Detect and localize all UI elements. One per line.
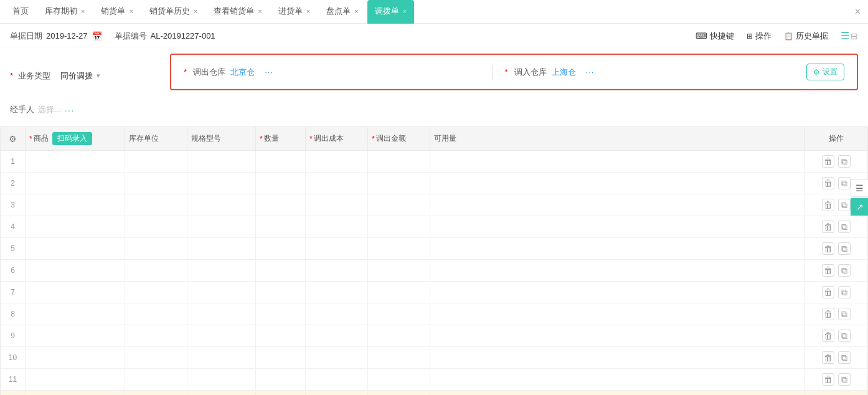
column-settings-button[interactable]: ⚙ [1, 127, 26, 150]
float-export-button[interactable]: ↗ [851, 198, 868, 216]
row-3-copy-button[interactable]: ⧉ [838, 199, 851, 211]
row-10-out-cost[interactable] [306, 347, 368, 368]
row-5-product[interactable] [26, 238, 125, 259]
row-num-5: 5 [1, 238, 26, 259]
row-2-available [430, 173, 805, 194]
float-list-button[interactable]: ☰ [851, 179, 868, 197]
tab-view-sales[interactable]: 查看销货单 × [206, 0, 269, 24]
row-9-out-cost[interactable] [306, 325, 368, 346]
calendar-icon[interactable]: 📅 [92, 31, 102, 41]
row-6-product[interactable] [26, 260, 125, 281]
row-8-delete-button[interactable]: 🗑 [822, 308, 834, 320]
row-7-delete-button[interactable]: 🗑 [822, 286, 834, 298]
row-3-out-cost[interactable] [306, 194, 368, 216]
row-7-unit [125, 282, 187, 303]
row-10-delete-button[interactable]: 🗑 [822, 351, 834, 364]
tab-close-transfer[interactable]: × [403, 7, 407, 15]
row-4-copy-button[interactable]: ⧉ [838, 221, 851, 233]
tab-close-stock-initial[interactable]: × [81, 7, 85, 15]
required-star-in: * [505, 67, 508, 77]
tab-sales-history[interactable]: 销货单历史 × [142, 0, 205, 24]
row-1-out-cost[interactable] [306, 151, 368, 172]
row-1-copy-button[interactable]: ⧉ [838, 155, 851, 168]
tab-purchase[interactable]: 进货单 × [271, 0, 318, 24]
scan-input-button[interactable]: 扫码录入 [52, 132, 92, 145]
row-1-spec [187, 151, 256, 172]
row-11-product[interactable] [26, 369, 125, 390]
row-11-delete-button[interactable]: 🗑 [822, 373, 834, 386]
row-9-delete-button[interactable]: 🗑 [822, 330, 834, 342]
tab-close-inventory[interactable]: × [354, 7, 358, 15]
layout-toggle[interactable]: ☰ ⊟ [841, 30, 858, 42]
warehouse-out-more-icon[interactable]: ··· [265, 67, 273, 77]
row-11-unit [125, 369, 187, 390]
row-5-available [430, 238, 805, 259]
window-close-button[interactable]: × [855, 6, 861, 17]
row-8-copy-button[interactable]: ⧉ [838, 308, 851, 320]
row-5-quantity[interactable] [256, 238, 306, 259]
settings-button[interactable]: ⚙ 设置 [806, 64, 844, 80]
row-10-copy-button[interactable]: ⧉ [838, 351, 851, 364]
row-6-out-cost[interactable] [306, 260, 368, 281]
row-4-out-cost[interactable] [306, 216, 368, 237]
operations-button[interactable]: ⊞ 操作 [747, 31, 771, 42]
row-7-product[interactable] [26, 282, 125, 303]
row-2-out-cost[interactable] [306, 173, 368, 194]
business-type-select[interactable]: 同价调拨 ▾ [60, 70, 160, 82]
row-8-quantity[interactable] [256, 303, 306, 325]
row-6-delete-button[interactable]: 🗑 [822, 264, 834, 277]
tab-close-view-sales[interactable]: × [258, 7, 262, 15]
row-5-out-cost[interactable] [306, 238, 368, 259]
tab-inventory[interactable]: 盘点单 × [319, 0, 366, 24]
warehouse-in-more-icon[interactable]: ··· [586, 67, 595, 77]
tab-sales-order[interactable]: 销货单 × [93, 0, 140, 24]
row-4-delete-button[interactable]: 🗑 [822, 221, 834, 233]
row-9-product[interactable] [26, 325, 125, 346]
row-7-quantity[interactable] [256, 282, 306, 303]
tab-stock-initial[interactable]: 库存期初 × [37, 0, 92, 24]
row-1-quantity[interactable] [256, 151, 306, 172]
row-num-1: 1 [1, 151, 26, 172]
row-7-out-cost[interactable] [306, 282, 368, 303]
row-3-delete-button[interactable]: 🗑 [822, 199, 834, 211]
row-4-product[interactable] [26, 216, 125, 237]
row-8-out-cost[interactable] [306, 303, 368, 325]
row-1-delete-button[interactable]: 🗑 [822, 155, 834, 168]
row-2-delete-button[interactable]: 🗑 [822, 177, 834, 189]
shortcuts-button[interactable]: ⌨ 快捷键 [696, 31, 734, 42]
tab-close-purchase[interactable]: × [306, 7, 310, 15]
date-value: 2019-12-27 [46, 31, 88, 40]
row-5-copy-button[interactable]: ⧉ [838, 242, 851, 255]
row-11-quantity[interactable] [256, 369, 306, 390]
row-9-quantity[interactable] [256, 325, 306, 346]
table-row: 6 🗑 ⧉ [1, 260, 867, 282]
row-1-product[interactable] [26, 151, 125, 172]
row-7-copy-button[interactable]: ⧉ [838, 286, 851, 298]
person-select[interactable]: 选择... [38, 104, 61, 115]
row-4-quantity[interactable] [256, 216, 306, 237]
row-4-actions: 🗑 ⧉ [805, 216, 867, 237]
row-6-quantity[interactable] [256, 260, 306, 281]
row-5-delete-button[interactable]: 🗑 [822, 242, 834, 255]
row-num-9: 9 [1, 325, 26, 346]
row-11-copy-button[interactable]: ⧉ [838, 373, 851, 386]
row-8-product[interactable] [26, 303, 125, 325]
row-10-product[interactable] [26, 347, 125, 368]
row-11-out-cost[interactable] [306, 369, 368, 390]
row-3-product[interactable] [26, 194, 125, 216]
tab-close-sales-history[interactable]: × [194, 7, 197, 15]
row-7-out-amount [368, 282, 430, 303]
row-2-copy-button[interactable]: ⧉ [838, 177, 851, 189]
tab-transfer[interactable]: 调拨单 × [367, 0, 414, 24]
row-10-quantity[interactable] [256, 347, 306, 368]
history-button[interactable]: 📋 历史单据 [784, 31, 828, 42]
row-2-quantity[interactable] [256, 173, 306, 194]
tab-home[interactable]: 首页 [5, 0, 36, 24]
row-3-quantity[interactable] [256, 194, 306, 216]
row-9-copy-button[interactable]: ⧉ [838, 330, 851, 342]
row-2-product[interactable] [26, 173, 125, 194]
tab-close-sales-order[interactable]: × [129, 7, 133, 15]
person-more-icon[interactable]: ··· [65, 105, 75, 115]
column-settings-icon: ⚙ [9, 134, 17, 144]
row-6-copy-button[interactable]: ⧉ [838, 264, 851, 277]
